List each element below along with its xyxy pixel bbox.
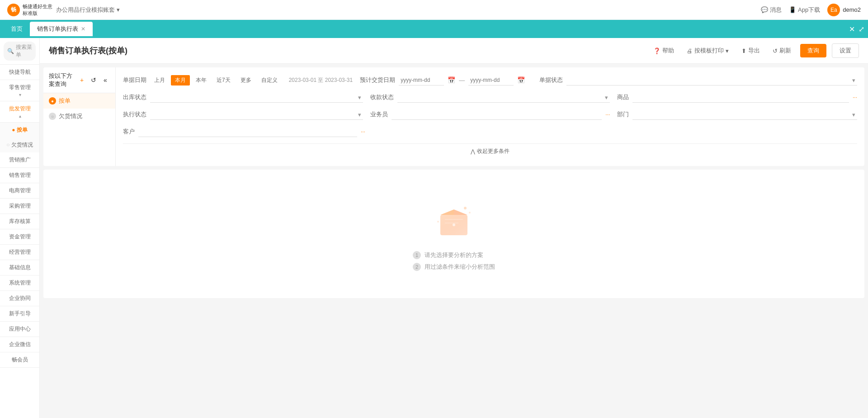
search-menu-button[interactable]: 🔍 搜索菜单: [4, 42, 36, 61]
expected-date-field: 预计交货日期 📅 — 📅: [360, 75, 525, 86]
department-select[interactable]: [632, 109, 857, 120]
step-1-number: 1: [413, 251, 421, 259]
export-button[interactable]: ⬆ 导出: [738, 45, 764, 57]
date-separator: —: [459, 77, 465, 84]
salesperson-input[interactable]: [392, 109, 602, 120]
department-field: 部门: [617, 109, 857, 120]
sidebar-item-basic[interactable]: 基础信息: [0, 260, 39, 276]
calendar-start-icon[interactable]: 📅: [448, 76, 455, 84]
sidebar-item-sales[interactable]: 销售管理: [0, 168, 39, 183]
logo-icon: 畅: [7, 4, 20, 16]
sidebar-item-marketing[interactable]: 营销推广: [0, 152, 39, 168]
settings-button[interactable]: 设置: [832, 43, 859, 58]
sidebar-item-inventory[interactable]: 库存核算: [0, 214, 39, 229]
doc-status-field: 单据状态: [539, 75, 857, 86]
step-2-number: 2: [413, 263, 421, 271]
sidebar-item-wechat[interactable]: 企业微信: [0, 337, 39, 352]
scheme-by-order[interactable]: ● 按单: [43, 93, 115, 109]
date-option-last-month[interactable]: 上月: [150, 75, 169, 86]
sidebar-item-quick-nav[interactable]: 快捷导航: [0, 65, 39, 80]
goods-input[interactable]: [632, 92, 849, 103]
sidebar-item-purchase[interactable]: 采购管理: [0, 199, 39, 214]
goods-field: 商品 ···: [617, 92, 857, 103]
outbound-status-select[interactable]: [150, 92, 363, 103]
top-header: 畅 畅捷通好生意 标准版 办公用品行业模拟账套 ▾ 💬 消息 📱 App下载 E…: [0, 0, 868, 20]
sidebar-item-appstore[interactable]: 应用中心: [0, 322, 39, 337]
date-option-this-year[interactable]: 本年: [192, 75, 211, 86]
export-icon: ⬆: [741, 48, 746, 54]
svg-point-3: [437, 221, 439, 223]
scheme-icon-active: ●: [49, 97, 56, 104]
window-close-icon[interactable]: ✕: [849, 25, 855, 33]
svg-point-2: [469, 212, 471, 214]
breadcrumb: 办公用品行业模拟账套 ▾: [56, 6, 120, 14]
svg-point-4: [453, 223, 455, 226]
header-left: 畅 畅捷通好生意 标准版 办公用品行业模拟账套 ▾: [7, 3, 120, 16]
customer-input[interactable]: [138, 126, 357, 137]
query-button[interactable]: 查询: [800, 44, 826, 57]
exec-status-select[interactable]: [150, 109, 363, 120]
date-option-this-month[interactable]: 本月: [171, 75, 190, 86]
help-icon: ❓: [653, 48, 660, 54]
user-area[interactable]: Ea demo2: [827, 4, 861, 16]
refresh-scheme-button[interactable]: ↺: [89, 76, 98, 85]
refresh-icon: ↺: [773, 48, 778, 54]
app-download-icon: 📱: [789, 6, 796, 13]
sidebar-sub-item-by-order[interactable]: ● 按单: [0, 123, 39, 138]
collapse-scheme-button[interactable]: «: [101, 76, 110, 85]
filter-sidebar-header: 按以下方案查询 + ↺ «: [43, 67, 115, 93]
collection-status-select[interactable]: [397, 92, 610, 103]
goods-more-button[interactable]: ···: [853, 94, 857, 100]
sidebar-item-operation[interactable]: 经营管理: [0, 245, 39, 260]
sidebar: 🔍 搜索菜单 快捷导航 零售管理 ▾ 批发管理 ▴ ● 按单 ○ 欠货情况 营销…: [0, 38, 40, 418]
window-maximize-icon[interactable]: ⤢: [859, 25, 864, 33]
refresh-button[interactable]: ↺ 刷新: [769, 45, 795, 57]
salesperson-more-button[interactable]: ···: [605, 111, 610, 118]
outbound-status-field: 出库状态: [123, 92, 363, 103]
filter-row-2: 出库状态 收款状态: [123, 92, 857, 103]
customer-field: 客户 ···: [123, 126, 365, 137]
expected-date-start-input[interactable]: [399, 75, 444, 86]
tab-bar: 首页 销售订单执行表 ✕ ✕ ⤢: [0, 20, 868, 38]
filter-sidebar: 按以下方案查询 + ↺ « ● 按单 ○ 欠货情况: [43, 67, 116, 166]
empty-step-2: 2 用过滤条件来缩小分析范围: [413, 263, 495, 271]
tab-home[interactable]: 首页: [4, 22, 30, 36]
print-arrow-icon: ▾: [726, 48, 729, 54]
scheme-debt-status[interactable]: ○ 欠货情况: [43, 109, 115, 124]
sidebar-item-wholesale[interactable]: 批发管理 ▴: [0, 101, 39, 123]
template-print-button[interactable]: 🖨 按模板打印 ▾: [683, 45, 732, 57]
sidebar-item-system[interactable]: 系统管理: [0, 276, 39, 291]
help-button[interactable]: ❓ 帮助: [650, 45, 678, 57]
date-option-7days[interactable]: 近7天: [212, 75, 235, 86]
scheme-icon-inactive: ○: [49, 113, 56, 120]
empty-steps: 1 请先选择要分析的方案 2 用过滤条件来缩小分析范围: [413, 251, 495, 271]
add-scheme-button[interactable]: +: [77, 76, 86, 85]
customer-label: 客户: [123, 128, 135, 136]
filter-row-3: 执行状态 业务员 ··· 部门: [123, 109, 857, 120]
salesperson-field: 业务员 ···: [370, 109, 610, 120]
tab-sales-order[interactable]: 销售订单执行表 ✕: [30, 22, 93, 36]
expected-date-end-input[interactable]: [468, 75, 514, 86]
calendar-end-icon[interactable]: 📅: [517, 76, 525, 84]
search-icon: 🔍: [7, 48, 14, 54]
sidebar-item-newbie[interactable]: 新手引导: [0, 306, 39, 322]
message-button[interactable]: 💬 消息: [761, 6, 782, 14]
sidebar-sub-item-debt[interactable]: ○ 欠货情况: [0, 138, 39, 152]
sidebar-item-finance[interactable]: 资金管理: [0, 229, 39, 245]
date-option-more[interactable]: 更多: [236, 75, 255, 86]
collapse-filter-button[interactable]: ⋀ 收起更多条件: [123, 143, 857, 159]
sidebar-item-member[interactable]: 畅会员: [0, 352, 39, 368]
customer-more-button[interactable]: ···: [361, 128, 365, 135]
breadcrumb-arrow-icon[interactable]: ▾: [117, 6, 120, 13]
sidebar-item-retail[interactable]: 零售管理 ▾: [0, 80, 39, 101]
date-option-custom[interactable]: 自定义: [257, 75, 282, 86]
sidebar-item-ecommerce[interactable]: 电商管理: [0, 183, 39, 199]
app-download-button[interactable]: 📱 App下载: [789, 6, 820, 14]
sidebar-item-enterprise[interactable]: 企业协同: [0, 291, 39, 306]
message-icon: 💬: [761, 6, 768, 13]
sidebar-search-area: 🔍 搜索菜单: [0, 38, 39, 65]
svg-point-1: [464, 207, 467, 209]
tab-close-icon[interactable]: ✕: [81, 26, 85, 32]
doc-status-select[interactable]: [566, 75, 857, 86]
expected-date-label: 预计交货日期: [360, 76, 395, 84]
